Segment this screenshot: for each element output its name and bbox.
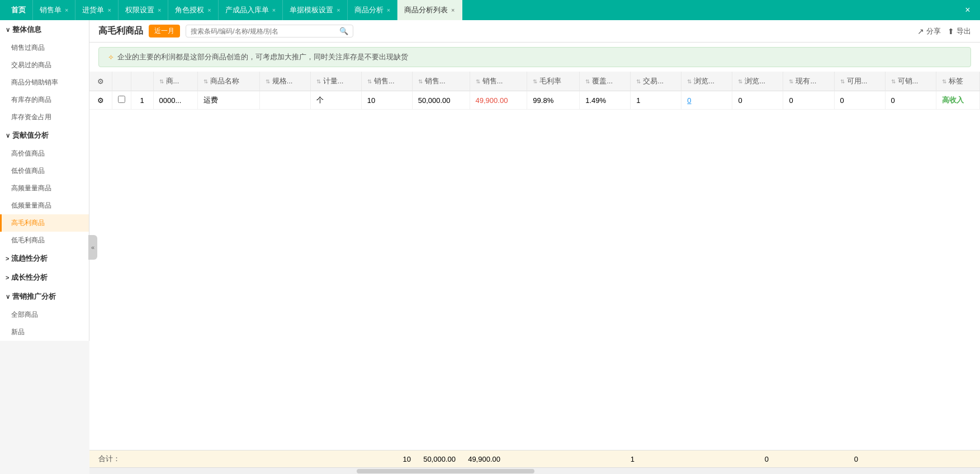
col-header-stock_saleable[interactable]: ⇅可销... [885, 72, 936, 91]
nav-tab-template[interactable]: 单据模板设置× [283, 0, 347, 20]
table-container: ⚙⇅商...⇅商品名称⇅规格...⇅计量...⇅销售...⇅销售...⇅销售..… [89, 72, 980, 450]
sidebar-collapse-button[interactable]: « [88, 235, 97, 260]
nav-tab-analysis[interactable]: 商品分析× [348, 0, 397, 20]
col-label-stock_saleable: 可销... [898, 77, 919, 85]
cell-sales_profit-0: 49,900.00 [470, 91, 527, 110]
sidebar-item-low-freq[interactable]: 低频量量商品 [0, 197, 89, 214]
sort-icon-code[interactable]: ⇅ [159, 78, 164, 85]
tab-close-permission[interactable]: × [158, 7, 161, 13]
cell-browse1-0[interactable]: 0 [681, 91, 732, 110]
content-area: 高毛利商品 近一月 🔍 ↗ 分享 ⬆ 导出 ✧ 企业的主要的利润都是这部分商品创… [89, 20, 980, 474]
cell-name-0: 运费 [197, 91, 259, 110]
search-input[interactable] [191, 27, 339, 35]
sort-icon-trade_count[interactable]: ⇅ [636, 78, 641, 85]
group-arrow-trend: > [6, 255, 9, 262]
sidebar-item-new-goods[interactable]: 新品 [0, 323, 89, 341]
col-header-sales_profit[interactable]: ⇅销售... [470, 72, 527, 91]
col-header-browse2[interactable]: ⇅浏览... [732, 72, 783, 91]
sort-icon-sales_profit[interactable]: ⇅ [476, 78, 480, 85]
sidebar: ∨整体信息销售过商品交易过的商品商品分销助销率有库存的商品库存资金占用∨贡献值分… [0, 20, 89, 341]
tab-close-purchase[interactable]: × [107, 7, 111, 13]
tab-close-analysis-list[interactable]: × [451, 7, 455, 13]
sort-icon-sales_amount[interactable]: ⇅ [418, 78, 423, 85]
horizontal-scrollbar[interactable] [89, 467, 980, 474]
sort-icon-stock_current[interactable]: ⇅ [789, 78, 793, 85]
nav-tab-stock-in[interactable]: 产成品入库单× [219, 0, 283, 20]
nav-tab-sales[interactable]: 销售单× [33, 0, 75, 20]
col-header-tag[interactable]: ⇅标签 [936, 72, 979, 91]
row-settings-0[interactable]: ⚙ [89, 91, 112, 110]
tab-close-template[interactable]: × [337, 7, 340, 13]
tab-close-sales[interactable]: × [65, 7, 68, 13]
nav-tab-home[interactable]: 首页 [4, 0, 33, 20]
col-header-trade_count[interactable]: ⇅交易... [631, 72, 681, 91]
col-header-gross_margin[interactable]: ⇅毛利率 [527, 72, 580, 91]
group-label-marketing: 营销推广分析 [12, 292, 56, 302]
footer-label: 合计： [98, 454, 120, 464]
col-header-sales_amount[interactable]: ⇅销售... [412, 72, 470, 91]
sort-icon-gross_margin[interactable]: ⇅ [533, 78, 537, 85]
sort-icon-tag[interactable]: ⇅ [942, 78, 946, 85]
tab-close-analysis[interactable]: × [387, 7, 390, 13]
col-header-name[interactable]: ⇅商品名称 [197, 72, 259, 91]
sort-icon-spec[interactable]: ⇅ [266, 78, 270, 85]
scrollbar-thumb[interactable] [357, 469, 535, 473]
sidebar-group-marketing[interactable]: ∨营销推广分析 [0, 287, 89, 306]
sort-icon-browse1[interactable]: ⇅ [687, 78, 692, 85]
tab-close-role[interactable]: × [207, 7, 211, 13]
sidebar-item-high-freq[interactable]: 高频量量商品 [0, 180, 89, 197]
col-header-code[interactable]: ⇅商... [153, 72, 197, 91]
sidebar-item-low-price[interactable]: 低价值商品 [0, 162, 89, 180]
sidebar-item-high-price[interactable]: 高价值商品 [0, 145, 89, 162]
export-icon: ⬆ [948, 27, 954, 36]
sidebar-item-high-profit[interactable]: 高毛利商品 [0, 214, 89, 232]
cell-unit-0: 个 [310, 91, 361, 110]
sort-icon-sales_qty[interactable]: ⇅ [367, 78, 372, 85]
export-button[interactable]: ⬆ 导出 [948, 26, 971, 36]
nav-tab-purchase[interactable]: 进货单× [75, 0, 118, 20]
top-nav: 首页销售单×进货单×权限设置×角色授权×产成品入库单×单据模板设置×商品分析×商… [0, 0, 980, 20]
share-button[interactable]: ↗ 分享 [917, 26, 941, 36]
sort-icon-unit[interactable]: ⇅ [316, 78, 321, 85]
col-header-browse1[interactable]: ⇅浏览... [681, 72, 732, 91]
sort-icon-coverage[interactable]: ⇅ [585, 78, 590, 85]
col-header-stock_available[interactable]: ⇅可用... [834, 72, 885, 91]
sidebar-group-growth[interactable]: >成长性分析 [0, 268, 89, 287]
col-header-checkbox [112, 72, 131, 91]
sidebar-item-sales-goods[interactable]: 销售过商品 [0, 39, 89, 57]
close-all-button[interactable]: × [960, 2, 976, 18]
cell-stock_available-0: 0 [834, 91, 885, 110]
footer-sales-qty: 10 [372, 455, 416, 463]
col-header-spec[interactable]: ⇅规格... [259, 72, 310, 91]
nav-tab-permission[interactable]: 权限设置× [119, 0, 168, 20]
sidebar-item-stock-capital[interactable]: 库存资金占用 [0, 109, 89, 126]
row-checkbox-0[interactable] [112, 91, 131, 110]
nav-tab-role[interactable]: 角色授权× [168, 0, 218, 20]
col-label-gross_margin: 毛利率 [539, 77, 561, 85]
sort-icon-name[interactable]: ⇅ [203, 78, 208, 85]
browse1-link-0[interactable]: 0 [687, 96, 691, 105]
sort-icon-browse2[interactable]: ⇅ [738, 78, 742, 85]
sidebar-group-finance[interactable]: ∨贡献值分析 [0, 126, 89, 145]
group-label-growth: 成长性分析 [11, 273, 48, 283]
search-icon[interactable]: 🔍 [339, 27, 348, 35]
col-header-seq [131, 72, 153, 91]
filter-button[interactable]: 近一月 [149, 25, 180, 37]
cell-gross_margin-0: 99.8% [527, 91, 580, 110]
tab-close-stock-in[interactable]: × [272, 7, 276, 13]
sidebar-item-low-profit[interactable]: 低毛利商品 [0, 232, 89, 249]
sidebar-group-overall[interactable]: ∨整体信息 [0, 20, 89, 39]
col-header-coverage[interactable]: ⇅覆盖... [580, 72, 631, 91]
footer-totals: 合计：1050,000.0049,900.00100 [89, 450, 980, 467]
sidebar-item-traded-goods[interactable]: 交易过的商品 [0, 57, 89, 74]
sidebar-item-in-stock-goods[interactable]: 有库存的商品 [0, 91, 89, 109]
nav-tab-analysis-list[interactable]: 商品分析列表× [397, 0, 462, 20]
sidebar-item-all-goods[interactable]: 全部商品 [0, 306, 89, 323]
sort-icon-stock_saleable[interactable]: ⇅ [891, 78, 896, 85]
sidebar-group-trend[interactable]: >流趋性分析 [0, 249, 89, 268]
sort-icon-stock_available[interactable]: ⇅ [840, 78, 845, 85]
col-header-stock_current[interactable]: ⇅现有... [783, 72, 834, 91]
col-header-unit[interactable]: ⇅计量... [310, 72, 361, 91]
col-header-sales_qty[interactable]: ⇅销售... [361, 72, 412, 91]
sidebar-item-goods-score[interactable]: 商品分销助销率 [0, 74, 89, 91]
